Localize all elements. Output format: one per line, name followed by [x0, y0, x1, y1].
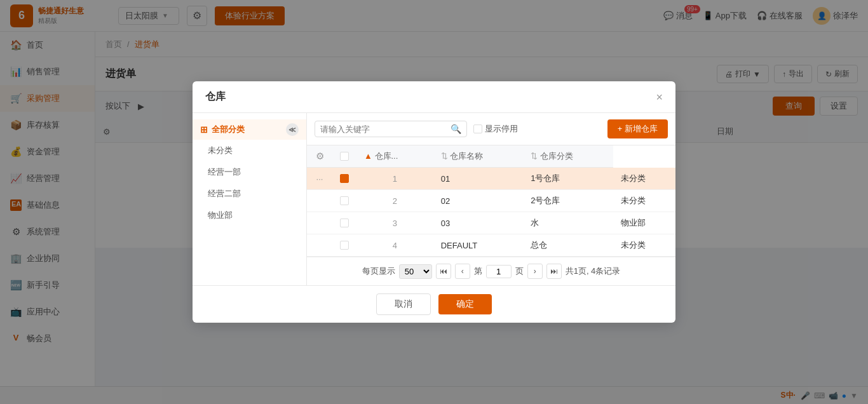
row-gear-cell: [307, 190, 332, 212]
row-gear-cell: [307, 234, 332, 257]
col-code-header: ▲ 仓库...: [356, 145, 433, 168]
cancel-button[interactable]: 取消: [376, 293, 431, 315]
category-item-ops1[interactable]: 经营一部: [193, 161, 306, 183]
table-row[interactable]: 303水物业部: [307, 212, 675, 234]
table-row[interactable]: 4DEFAULT总仓未分类: [307, 234, 675, 257]
gear-icon[interactable]: ⚙: [315, 151, 325, 162]
row-checkbox[interactable]: [340, 219, 349, 227]
row-category: 未分类: [613, 190, 675, 212]
category-panel: ⊞ 全部分类 ≪ 未分类 经营一部 经营二部 物业部: [193, 113, 307, 285]
sort-icon2: ⇅: [441, 151, 448, 161]
row-num: 2: [356, 190, 433, 212]
sort-icon3: ⇅: [531, 151, 538, 161]
row-code: 03: [433, 212, 523, 234]
row-checkbox-cell[interactable]: [332, 234, 356, 257]
row-checkbox-cell[interactable]: [332, 168, 356, 190]
table-row[interactable]: 2022号仓库未分类: [307, 190, 675, 212]
row-name: 1号仓库: [523, 168, 613, 190]
disabled-checkbox[interactable]: [473, 125, 482, 133]
table-toolbar: 🔍 显示停用 + 新增仓库: [307, 113, 675, 145]
row-gear-cell: [307, 212, 332, 234]
first-page-button[interactable]: ⏮: [436, 264, 451, 279]
last-page-button[interactable]: ⏭: [546, 264, 562, 279]
search-box[interactable]: 🔍: [315, 121, 467, 137]
col-category-header: ⇅ 仓库分类: [523, 145, 613, 168]
row-code: DEFAULT: [433, 234, 523, 257]
col-name-header: ⇅ 仓库名称: [433, 145, 523, 168]
table-scroll[interactable]: ⚙ ▲ 仓库... ⇅: [307, 145, 675, 257]
next-page-button[interactable]: ›: [527, 264, 543, 279]
grid-icon: ⊞: [200, 125, 208, 135]
prev-page-button[interactable]: ‹: [455, 264, 470, 279]
col-checkbox-header: [332, 145, 356, 168]
confirm-button[interactable]: 确定: [438, 294, 492, 314]
pagination: 每页显示 50 20 100 ⏮ ‹ 第 页 › ⏭ 共1页, 4条记录: [307, 257, 675, 285]
row-num: 4: [356, 234, 433, 257]
modal-footer: 取消 确定: [193, 285, 675, 323]
row-checkbox[interactable]: [340, 174, 349, 183]
warehouse-modal: 仓库 × ⊞ 全部分类 ≪ 未分类 经营一部 经营二部: [193, 81, 675, 323]
category-item-unclassified[interactable]: 未分类: [193, 140, 306, 161]
search-input[interactable]: [320, 125, 451, 134]
row-name: 2号仓库: [523, 190, 613, 212]
select-all-checkbox[interactable]: [340, 152, 349, 161]
row-name: 总仓: [523, 234, 613, 257]
row-category: 未分类: [613, 234, 675, 257]
table-panel: 🔍 显示停用 + 新增仓库 ⚙: [307, 113, 675, 285]
modal-header: 仓库 ×: [193, 81, 675, 113]
page-size-select[interactable]: 50 20 100: [399, 264, 432, 279]
modal-title: 仓库: [205, 90, 226, 104]
col-settings-header: ⚙: [307, 145, 332, 168]
row-checkbox[interactable]: [340, 241, 349, 250]
row-num: 3: [356, 212, 433, 234]
row-checkbox-cell[interactable]: [332, 212, 356, 234]
row-checkbox[interactable]: [340, 196, 349, 205]
table-row[interactable]: ···1011号仓库未分类: [307, 168, 675, 190]
row-category: 物业部: [613, 212, 675, 234]
category-item-property[interactable]: 物业部: [193, 205, 306, 226]
row-checkbox-cell[interactable]: [332, 190, 356, 212]
row-code: 02: [433, 190, 523, 212]
page-input[interactable]: [486, 265, 512, 278]
category-item-ops2[interactable]: 经营二部: [193, 183, 306, 205]
modal-backdrop: 仓库 × ⊞ 全部分类 ≪ 未分类 经营一部 经营二部: [0, 0, 868, 404]
modal-table: ⚙ ▲ 仓库... ⇅: [307, 145, 675, 257]
collapse-icon[interactable]: ≪: [286, 123, 299, 136]
row-name: 水: [523, 212, 613, 234]
row-category: 未分类: [613, 168, 675, 190]
category-all-item[interactable]: ⊞ 全部分类 ≪: [193, 119, 306, 140]
row-num: 1: [356, 168, 433, 190]
show-disabled-checkbox[interactable]: 显示停用: [473, 123, 518, 135]
row-gear-cell: ···: [307, 168, 332, 190]
row-code: 01: [433, 168, 523, 190]
search-icon[interactable]: 🔍: [451, 124, 461, 134]
modal-body: ⊞ 全部分类 ≪ 未分类 经营一部 经营二部 物业部: [193, 113, 675, 285]
add-warehouse-button[interactable]: + 新增仓库: [607, 119, 668, 138]
sort-icon: ▲: [364, 151, 372, 161]
modal-close-button[interactable]: ×: [656, 91, 663, 103]
